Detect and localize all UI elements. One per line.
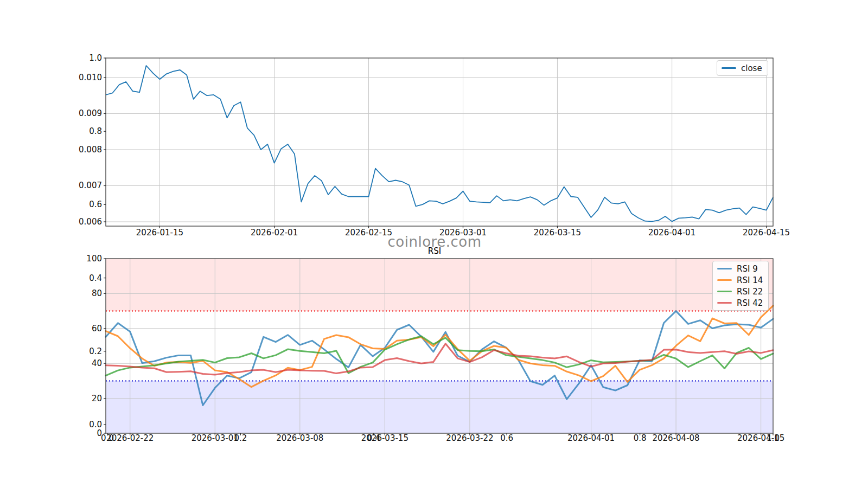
legend-entry: RSI 9 xyxy=(717,263,763,274)
legend-entry: RSI 14 xyxy=(717,274,763,286)
y-tick-label: 60 xyxy=(92,324,102,333)
x-tick-label: 2026-04-08 xyxy=(652,433,699,443)
y-tick-label: 100 xyxy=(86,254,102,264)
overlay-x-tick-label: 0.6 xyxy=(500,433,513,443)
legend-label: RSI 9 xyxy=(737,264,758,274)
y-tick-label: 80 xyxy=(92,288,102,298)
x-tick-label: 2026-03-01 xyxy=(192,433,239,443)
x-tick-label: 2026-04-01 xyxy=(648,228,695,237)
legend-line-swatch xyxy=(717,302,732,304)
x-tick-label: 2026-02-15 xyxy=(345,228,392,237)
y-tick-label: 0.006 xyxy=(79,217,102,227)
overlay-y-tick-label: 0.6 xyxy=(89,200,102,209)
overlay-x-tick-label: 0.2 xyxy=(234,433,247,443)
overbought-band xyxy=(106,259,773,311)
x-tick-label: 2026-04-01 xyxy=(567,433,615,443)
figure-canvas: 2026-01-152026-02-012026-02-152026-03-01… xyxy=(0,0,868,488)
legend-line-swatch xyxy=(717,268,732,269)
x-tick-label: 2026-04-15 xyxy=(743,228,790,237)
legend-label: RSI 42 xyxy=(737,298,763,308)
y-tick-label: 0.007 xyxy=(79,181,102,190)
y-tick-label: 0.008 xyxy=(79,145,102,155)
legend-entry: RSI 42 xyxy=(717,297,763,309)
overlay-y-tick-label: 0.8 xyxy=(89,126,102,136)
overlay-x-tick-label: 0.0 xyxy=(101,433,114,443)
rsi-legend: RSI 9RSI 14RSI 22RSI 42 xyxy=(712,261,769,311)
price-legend: close xyxy=(717,60,768,76)
overlay-y-tick-label: 0.2 xyxy=(89,346,102,356)
legend-entry: close xyxy=(722,62,762,74)
rsi-panel-title: RSI xyxy=(428,246,441,256)
legend-line-swatch xyxy=(717,279,732,281)
legend-line-swatch xyxy=(717,291,732,292)
overlay-y-tick-label: 0.0 xyxy=(89,420,102,429)
y-tick-label: 0.010 xyxy=(79,73,102,82)
overlay-y-tick-label: 0.4 xyxy=(89,273,102,283)
y-tick-label: 40 xyxy=(92,358,102,368)
plot-frame xyxy=(106,58,773,226)
x-tick-label: 2026-01-15 xyxy=(136,228,183,237)
x-tick-label: 2026-03-22 xyxy=(446,433,493,443)
legend-label: close xyxy=(741,63,762,73)
legend-line-swatch xyxy=(722,67,736,69)
x-tick-label: 2026-02-01 xyxy=(251,228,298,237)
x-tick-label: 2026-03-08 xyxy=(276,433,323,443)
legend-label: RSI 14 xyxy=(737,275,763,285)
legend-label: RSI 22 xyxy=(737,287,763,297)
overlay-x-tick-label: 1.0 xyxy=(767,433,780,443)
price-close-line xyxy=(106,66,773,221)
y-tick-label: 20 xyxy=(92,394,102,403)
x-tick-label: 2026-03-15 xyxy=(534,228,581,237)
overlay-y-tick-label: 1.0 xyxy=(89,53,102,63)
legend-entry: RSI 22 xyxy=(717,286,763,297)
oversold-band xyxy=(106,381,773,433)
overlay-x-tick-label: 0.8 xyxy=(634,433,647,443)
y-tick-label: 0.009 xyxy=(79,108,102,118)
overlay-x-tick-label: 0.4 xyxy=(367,433,380,443)
